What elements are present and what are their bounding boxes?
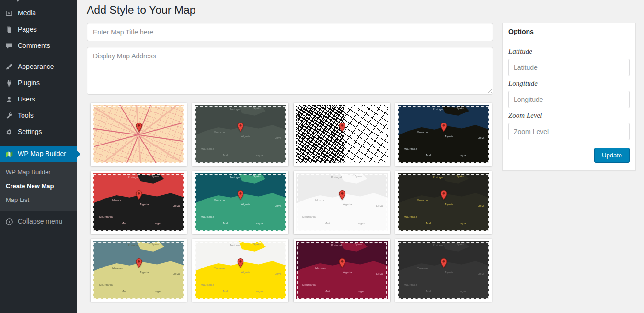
map-style-tile-slate-yellow[interactable]: PortugalSpainMoroccoAlgeriaMauritaniaMal… xyxy=(91,239,187,302)
country-label: Niger xyxy=(357,290,364,293)
country-label: Algeria xyxy=(445,135,454,138)
land-shape xyxy=(398,173,489,231)
map-marker-icon xyxy=(136,258,142,269)
country-label: Mauritania xyxy=(302,283,316,286)
country-label: Mali xyxy=(426,290,431,292)
zoom-level-label: Zoom Level xyxy=(508,112,630,120)
submenu-item-map-list[interactable]: Map List xyxy=(0,193,77,207)
sidebar-item-media[interactable]: Media xyxy=(0,5,77,22)
map-style-tile-dark-flat[interactable]: PortugalSpainMoroccoAlgeriaMauritaniaMal… xyxy=(192,103,288,166)
country-label: Algeria xyxy=(140,271,149,274)
main-content: Add Style to Your Map PortugalSpainMoroc… xyxy=(77,0,644,313)
map-style-tile-light-roads[interactable] xyxy=(91,103,187,166)
sidebar-item-label: Appearance xyxy=(18,63,54,70)
map-marker-icon xyxy=(440,123,447,134)
map-style-preview: PortugalSpainMoroccoAlgeriaMauritaniaMal… xyxy=(195,241,286,299)
media-icon xyxy=(4,9,14,18)
map-style-tile-dark-yellow-labels[interactable]: PortugalSpainMoroccoAlgeriaMauritaniaMal… xyxy=(395,171,492,234)
land-shape xyxy=(398,105,489,163)
map-title-input[interactable] xyxy=(87,23,493,41)
country-label: Spain xyxy=(456,175,463,178)
sidebar-item-label: Tools xyxy=(18,112,34,119)
country-label: Libya xyxy=(478,204,484,207)
country-label: Mauritania xyxy=(404,147,417,150)
map-address-input[interactable] xyxy=(87,47,493,95)
options-panel: Options Latitude Longitude Zoom Level Up… xyxy=(502,23,636,171)
pin-icon xyxy=(14,0,21,3)
sidebar-item-pages[interactable]: Pages xyxy=(0,22,77,38)
longitude-input[interactable] xyxy=(508,91,630,108)
country-label: Mauritania xyxy=(404,215,417,218)
land-shape xyxy=(195,173,286,231)
collapse-icon xyxy=(4,217,14,226)
options-panel-title: Options xyxy=(503,23,635,40)
submenu-item-wp-map-builder[interactable]: WP Map Builder xyxy=(0,165,77,179)
country-label: Niger xyxy=(154,222,161,225)
map-style-preview: PortugalSpainMoroccoAlgeriaMauritaniaMal… xyxy=(195,173,286,231)
land-shape xyxy=(296,241,388,299)
land-shape xyxy=(93,241,184,299)
map-style-tile-charcoal[interactable]: PortugalSpainMoroccoAlgeriaMauritaniaMal… xyxy=(395,239,492,302)
appearance-icon xyxy=(4,62,14,72)
longitude-label: Longitude xyxy=(508,79,630,88)
map-style-tile-teal-green[interactable]: PortugalSpainMoroccoAlgeriaMauritaniaMal… xyxy=(192,171,288,234)
country-label: Mauritania xyxy=(404,283,417,286)
map-style-tile-black-white-streets[interactable] xyxy=(294,103,390,166)
sidebar-item-wp-map-builder[interactable]: WP Map Builder xyxy=(0,146,77,162)
submenu-item-create-new-map[interactable]: Create New Map xyxy=(0,179,77,193)
latitude-input[interactable] xyxy=(508,59,630,76)
country-label: Portugal xyxy=(230,244,240,246)
sidebar-item-plugins[interactable]: Plugins xyxy=(0,75,77,91)
sidebar-item-appearance[interactable]: Appearance xyxy=(0,59,77,75)
country-label: Niger xyxy=(459,154,466,157)
pages-icon xyxy=(4,25,14,34)
country-label: Algeria xyxy=(343,203,352,206)
zoom-level-input[interactable] xyxy=(508,123,630,140)
country-label: Algeria xyxy=(445,203,454,206)
map-style-tile-red-black[interactable]: PortugalSpainMoroccoAlgeriaMauritaniaMal… xyxy=(91,171,187,234)
map-style-tile-light-minimal[interactable]: PortugalSpainMoroccoAlgeriaMauritaniaMal… xyxy=(294,171,390,234)
map-style-tile-bright-yellow[interactable]: PortugalSpainMoroccoAlgeriaMauritaniaMal… xyxy=(192,239,288,302)
country-label: Mauritania xyxy=(302,215,316,218)
country-label: Mali xyxy=(121,290,126,292)
country-label: Libya xyxy=(275,204,281,207)
settings-icon xyxy=(4,127,14,137)
country-label: Morocco xyxy=(112,199,123,201)
country-label: Algeria xyxy=(445,271,454,274)
country-label: Libya xyxy=(376,204,383,207)
country-label: Niger xyxy=(357,222,364,225)
map-style-tile-dark-satellite[interactable]: PortugalSpainMoroccoAlgeriaMauritaniaMal… xyxy=(395,103,492,166)
country-label: Morocco xyxy=(214,199,225,201)
sidebar-item-settings[interactable]: Settings xyxy=(0,124,77,140)
country-label: Portugal xyxy=(230,108,240,111)
map-style-preview: PortugalSpainMoroccoAlgeriaMauritaniaMal… xyxy=(398,105,489,163)
admin-sidebar: Media Pages Comments Appearance Plugins … xyxy=(0,0,77,313)
country-label: Mali xyxy=(223,154,228,156)
update-button[interactable]: Update xyxy=(594,148,630,163)
sidebar-item-tools[interactable]: Tools xyxy=(0,108,77,124)
map-style-preview xyxy=(93,105,184,163)
country-label: Mauritania xyxy=(99,283,113,286)
country-label: Libya xyxy=(173,204,180,207)
country-label: Mauritania xyxy=(201,283,214,286)
country-label: Morocco xyxy=(214,267,225,269)
country-label: Spain xyxy=(456,107,463,110)
collapse-menu-label: Collapse menu xyxy=(18,218,62,225)
collapse-menu-button[interactable]: Collapse menu xyxy=(0,213,77,230)
map-style-preview xyxy=(296,105,388,163)
country-label: Spain xyxy=(456,243,463,246)
country-label: Libya xyxy=(478,136,484,139)
country-label: Mauritania xyxy=(99,215,113,218)
country-label: Niger xyxy=(459,290,466,293)
sidebar-item-comments[interactable]: Comments xyxy=(0,38,77,54)
map-style-tile-crimson[interactable]: PortugalSpainMoroccoAlgeriaMauritaniaMal… xyxy=(294,239,390,302)
map-style-preview: PortugalSpainMoroccoAlgeriaMauritaniaMal… xyxy=(93,173,184,231)
sidebar-item-users[interactable]: Users xyxy=(0,91,77,108)
country-label: Morocco xyxy=(112,267,123,269)
country-label: Algeria xyxy=(140,203,149,206)
land-shape xyxy=(296,173,388,231)
map-marker-icon xyxy=(440,190,447,201)
country-label: Mauritania xyxy=(201,215,214,218)
partial-menu-icon xyxy=(0,0,77,4)
comments-icon xyxy=(4,41,14,51)
